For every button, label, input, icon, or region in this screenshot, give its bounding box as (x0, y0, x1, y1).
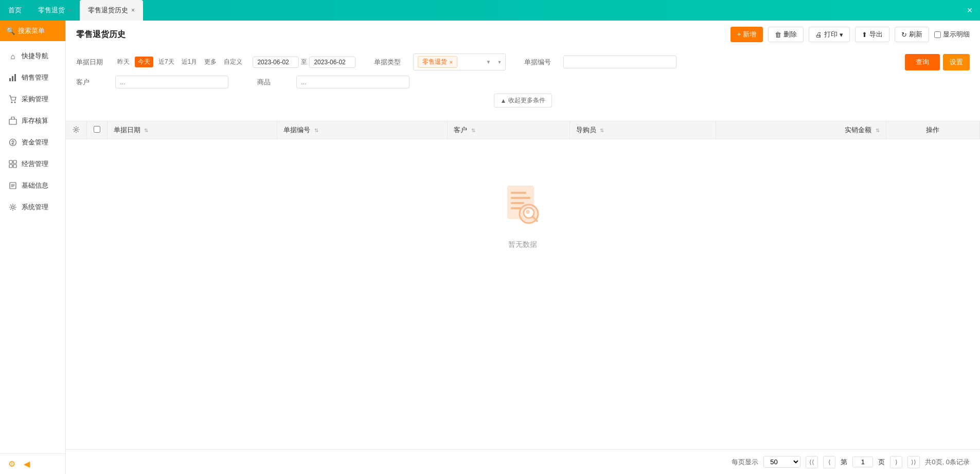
settings-button[interactable]: 设置 (943, 54, 970, 70)
search-icon: 🔍 (6, 27, 15, 35)
tab-retail-return[interactable]: 零售退货 × (30, 0, 80, 21)
svg-rect-15 (511, 192, 526, 194)
show-detail-checkbox[interactable] (934, 31, 941, 38)
sidebar-search-button[interactable]: 🔍 搜索菜单 (0, 21, 65, 41)
date-btn-more[interactable]: 更多 (202, 57, 219, 67)
sales-icon (8, 73, 17, 82)
th-settings[interactable] (66, 121, 86, 139)
show-detail-checkbox-label[interactable]: 显示明细 (934, 30, 970, 39)
print-icon: 🖨 (815, 31, 822, 39)
sidebar-item-inventory-label: 库存核算 (22, 116, 48, 125)
th-ops: 操作 (886, 121, 979, 139)
customer-input[interactable] (115, 76, 228, 88)
tab-retail-return-history[interactable]: 零售退货历史 × (80, 0, 143, 21)
th-amount-label: 实销金额 (845, 126, 871, 134)
page-title: 零售退货历史 (76, 29, 126, 40)
table-area: 单据日期 ⇅ 单据编号 ⇅ 客户 ⇅ (66, 121, 980, 449)
th-date[interactable]: 单据日期 ⇅ (107, 121, 277, 139)
sidebar-item-sales-label: 销售管理 (22, 73, 48, 82)
tab-retail-return-label: 零售退货 (38, 6, 65, 15)
sidebar-item-system[interactable]: 系统管理 (0, 196, 65, 218)
tab-retail-return-history-label: 零售退货历史 (88, 6, 128, 15)
finance-icon (8, 138, 17, 147)
svg-rect-9 (9, 165, 12, 168)
page-prev-button[interactable]: ⟨ (823, 456, 835, 468)
delete-button[interactable]: 🗑 删除 (768, 27, 804, 42)
delete-icon: 🗑 (775, 31, 781, 39)
th-checkbox[interactable] (86, 121, 107, 139)
empty-state-cell: 暂无数据 (66, 139, 980, 291)
home-icon: ⌂ (8, 51, 17, 61)
date-btn-today[interactable]: 今天 (135, 57, 153, 67)
page-suffix: 页 (878, 458, 885, 467)
date-btn-1month[interactable]: 近1月 (180, 57, 200, 67)
date-to-input[interactable] (309, 57, 355, 68)
th-ops-label: 操作 (926, 126, 939, 134)
sidebar-item-basic-info[interactable]: 基础信息 (0, 175, 65, 196)
table-header-row: 单据日期 ⇅ 单据编号 ⇅ 客户 ⇅ (66, 121, 980, 139)
th-guide-label: 导购员 (576, 126, 596, 134)
export-label: 导出 (869, 30, 883, 39)
svg-rect-0 (9, 78, 11, 81)
date-btn-7days[interactable]: 近7天 (156, 57, 176, 67)
title-toolbar-row: 零售退货历史 + 新增 🗑 删除 🖨 打印 ▾ ⬆ 导出 (76, 27, 970, 42)
svg-point-12 (12, 206, 14, 209)
goods-filter-label: 商品 (257, 78, 288, 87)
page-first-button[interactable]: ⟨⟨ (806, 456, 818, 468)
delete-label: 删除 (783, 30, 797, 39)
per-page-label: 每页显示 (732, 458, 758, 467)
th-amount[interactable]: 实销金额 ⇅ (716, 121, 886, 139)
settings-bottom-icon[interactable]: ⚙ (8, 459, 15, 469)
tab-retail-return-close[interactable]: × (68, 7, 72, 14)
page-last-button[interactable]: ⟩⟩ (907, 456, 920, 468)
svg-rect-5 (9, 119, 16, 124)
total-info: 共0页, 0条记录 (925, 458, 970, 467)
sidebar-item-quick-nav-label: 快捷导航 (22, 51, 48, 61)
sidebar-item-operations[interactable]: 经营管理 (0, 153, 65, 175)
tab-home[interactable]: 首页 (0, 0, 30, 21)
svg-point-3 (11, 102, 13, 103)
export-button[interactable]: ⬆ 导出 (855, 27, 889, 42)
date-filter-label: 单据日期 (76, 58, 107, 67)
collapse-button[interactable]: ▲ 收起更多条件 (494, 94, 553, 107)
window-close-button[interactable]: × (959, 0, 980, 21)
collapse-sidebar-icon[interactable]: ◀ (24, 459, 30, 469)
new-button[interactable]: + 新增 (730, 27, 763, 42)
sidebar-item-purchase[interactable]: 采购管理 (0, 88, 65, 110)
empty-state: 暂无数据 (66, 139, 980, 290)
voucher-input[interactable] (563, 56, 676, 68)
sidebar-item-quick-nav[interactable]: ⌂ 快捷导航 (0, 45, 65, 67)
page-input[interactable] (852, 457, 873, 467)
operations-icon (8, 159, 17, 169)
select-all-checkbox[interactable] (94, 126, 100, 133)
main-layout: 🔍 搜索菜单 ⌂ 快捷导航 销售管理 采购管理 (0, 21, 980, 474)
svg-rect-18 (511, 207, 521, 209)
filter-area: 单据日期 昨天 今天 近7天 近1月 更多 自定义 至 单据类型 (76, 48, 970, 121)
th-customer[interactable]: 客户 ⇅ (447, 121, 569, 139)
print-button[interactable]: 🖨 打印 ▾ (809, 27, 850, 42)
svg-point-21 (526, 210, 530, 214)
th-voucher-no[interactable]: 单据编号 ⇅ (277, 121, 448, 139)
sidebar-item-sales[interactable]: 销售管理 (0, 67, 65, 88)
top-bar: 首页 零售退货 × 零售退货历史 × × (0, 0, 980, 21)
customer-filter-label: 客户 (76, 78, 107, 87)
th-guide[interactable]: 导购员 ⇅ (569, 121, 716, 139)
per-page-select[interactable]: 50 10 20 100 (763, 456, 800, 468)
sidebar-nav: ⌂ 快捷导航 销售管理 采购管理 库存核算 (0, 41, 65, 453)
date-btn-yesterday[interactable]: 昨天 (115, 57, 132, 67)
page-next-button[interactable]: ⟩ (890, 456, 902, 468)
th-guide-sort-icon: ⇅ (600, 127, 604, 133)
date-btn-custom[interactable]: 自定义 (222, 57, 244, 67)
svg-rect-1 (12, 76, 13, 81)
sidebar-item-inventory[interactable]: 库存核算 (0, 110, 65, 132)
date-from-input[interactable] (253, 57, 299, 68)
type-select[interactable]: 零售退货 × ▼ (413, 53, 506, 70)
sidebar-item-finance[interactable]: 资金管理 (0, 132, 65, 153)
collapse-icon: ▲ (501, 97, 507, 104)
tab-retail-return-history-close[interactable]: × (131, 7, 135, 14)
query-button[interactable]: 查询 (905, 54, 940, 70)
svg-rect-10 (13, 165, 16, 168)
type-tag-close[interactable]: × (449, 59, 452, 65)
goods-input[interactable] (296, 76, 409, 88)
refresh-button[interactable]: ↻ 刷新 (895, 27, 929, 42)
